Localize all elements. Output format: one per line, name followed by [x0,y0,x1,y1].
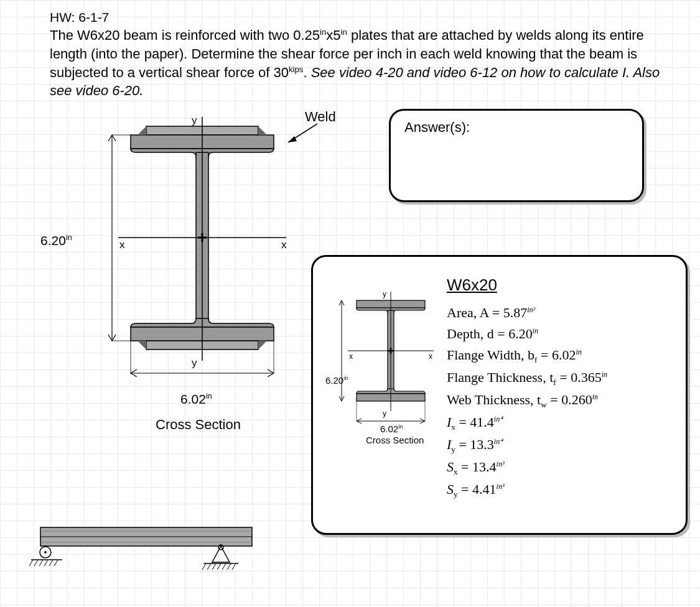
mini-ibeam-icon: y y x x [332,288,444,431]
svg-line-52 [54,560,58,566]
spec-flange-width: Flange Width, bf = 6.02in [447,345,673,367]
svg-line-56 [202,563,206,570]
svg-line-62 [232,563,236,570]
spec-sy: Sy = 4.41in³ [447,479,673,501]
spec-sx: Sx = 13.4in³ [447,456,673,479]
main-cross-section-diagram: Weld y [37,109,324,457]
cross-section-label: Cross Section [156,417,241,433]
svg-line-57 [207,563,211,570]
spec-depth: Depth, d = 6.20in [447,323,673,345]
mini-width-dimension: 6.02in [380,424,403,434]
mini-cross-section-diagram: y y x x 6.20in [332,288,444,431]
svg-marker-7 [138,126,146,135]
hw-number: HW: 6-1-7 [50,9,681,26]
svg-marker-10 [258,341,267,350]
svg-text:y: y [192,357,197,369]
svg-text:y: y [383,409,386,418]
svg-text:y: y [192,115,197,126]
problem-statement: HW: 6-1-7 The W6x20 beam is reinforced w… [50,9,681,100]
problem-body: The W6x20 beam is reinforced with two 0.… [50,26,681,100]
width-dimension: 6.02in [180,392,212,407]
specs-list: W6x20 Area, A = 5.87in² Depth, d = 6.20i… [447,272,673,501]
mini-cross-section-label: Cross Section [366,435,424,445]
svg-marker-8 [258,126,267,135]
beam-side-view-icon [28,516,271,591]
svg-line-49 [39,560,43,566]
ibeam-section-icon: y y x x [100,115,305,382]
svg-text:x: x [429,352,432,361]
svg-text:y: y [383,290,386,299]
specs-title: W6x20 [447,272,673,297]
mini-depth-dimension: 6.20in [325,375,348,386]
svg-text:x: x [349,352,353,361]
svg-line-60 [222,563,226,570]
svg-text:x: x [281,239,287,251]
svg-text:x: x [119,239,125,251]
svg-point-45 [44,551,47,554]
depth-dimension: 6.20in [40,233,72,248]
answer-box: Answer(s): [389,109,644,202]
svg-marker-53 [212,546,230,562]
svg-line-50 [44,560,48,566]
svg-line-61 [227,563,231,570]
svg-line-59 [217,563,221,570]
svg-line-48 [34,560,38,566]
spec-flange-thickness: Flange Thickness, tf = 0.365in [447,367,673,389]
svg-line-58 [212,563,216,570]
specs-panel: y y x x 6.20in [311,255,688,535]
spec-iy: Iy = 13.3in⁴ [447,434,673,456]
spec-web-thickness: Web Thickness, tw = 0.260in [447,389,673,412]
svg-line-51 [49,560,53,566]
answer-title: Answer(s): [404,119,628,136]
svg-marker-9 [138,341,146,350]
spec-ix: Ix = 41.4in⁴ [447,412,673,434]
svg-line-47 [29,560,33,566]
spec-area: Area, A = 5.87in² [447,302,673,323]
